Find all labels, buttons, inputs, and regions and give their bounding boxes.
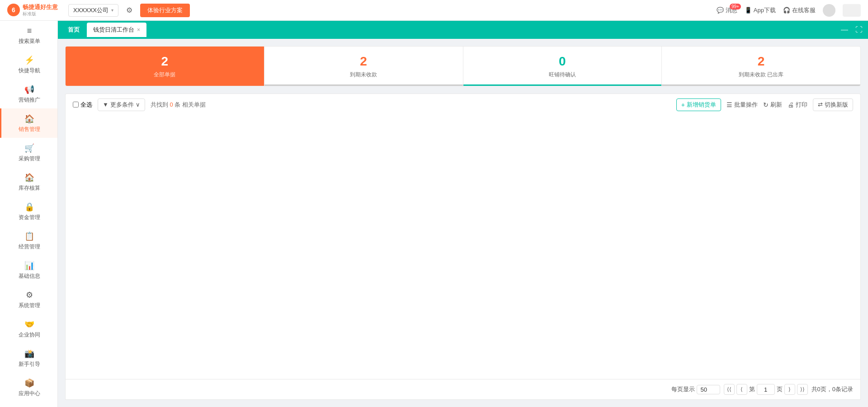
logo-text: 畅捷通好生意 标准版 [23,4,58,17]
sidebar-item-enterprise[interactable]: 🤝 企业协同 [0,314,57,343]
quick-nav-icon: ⚡ [24,55,34,65]
chevron-filter-icon: ∨ [136,101,140,108]
sidebar-item-system[interactable]: ⚙ 系统管理 [0,285,57,314]
guide-icon: 📸 [24,349,34,359]
tab-minimize-button[interactable]: — [839,24,850,36]
sidebar-item-purchase[interactable]: 🛒 采购管理 [0,138,57,167]
switch-new-version-button[interactable]: ⇄ 切换新版 [813,98,853,111]
sidebar-item-operations[interactable]: 📋 经营管理 [0,226,57,255]
purchase-icon: 🛒 [24,143,34,153]
tab-maximize-button[interactable]: ⛶ [854,24,864,36]
stat-card-wangpu[interactable]: 0 旺铺待确认 [463,47,662,86]
toolbar-right: + 新增销货单 ☰ 批量操作 ↻ 刷新 🖨 打印 [676,98,853,111]
prev-page-button[interactable]: ⟨ [736,384,747,395]
select-all-input[interactable] [73,102,79,108]
print-icon: 🖨 [788,101,794,108]
online-service-button[interactable]: 🎧 在线客服 [783,6,816,14]
app-center-icon: 📦 [24,378,34,388]
next-page-button[interactable]: ⟩ [784,384,795,395]
stat-number-overdue: 2 [274,54,454,69]
logo-icon: 6 [7,4,20,16]
more-filter-button[interactable]: ▼ 更多条件 ∨ [98,98,145,111]
tab-active[interactable]: 钱货日清工作台 × [87,23,146,37]
search-menu-icon: ≡ [27,26,32,36]
total-info: 共0页，0条记录 [811,385,853,393]
page-number-input[interactable] [757,384,775,395]
refresh-button[interactable]: ↻ 刷新 [763,101,782,109]
print-button[interactable]: 🖨 打印 [788,101,807,109]
header-right: 💬 消息 99+ 📱 App下载 🎧 在线客服 [717,4,861,17]
sidebar-item-search-menu[interactable]: ≡ 搜索菜单 [0,21,57,50]
user-avatar[interactable] [823,4,835,17]
main-layout: ≡ 搜索菜单 ⚡ 快捷导航 📢 营销推广 🏠 销售管理 🛒 采购管理 🏠 库存核… [0,21,868,407]
message-icon: 💬 [717,7,724,14]
page-size-dropdown[interactable]: 10 20 50 100 [697,385,720,394]
page-content: 2 全部单据 2 到期未收款 0 旺铺待确认 2 到期未收款 已出库 [58,39,868,407]
trial-button[interactable]: 体验行业方案 [140,4,190,17]
phone-icon: 📱 [745,7,752,14]
logo-area: 6 畅捷通好生意 标准版 [7,4,64,17]
page-size-selector: 每页显示 10 20 50 100 [671,385,720,394]
content-area: 首页 钱货日清工作台 × — ⛶ 2 全部单据 2 [58,21,868,407]
marketing-icon: 📢 [24,84,34,94]
sidebar-item-app-center[interactable]: 📦 应用中心 [0,373,57,402]
sidebar-item-quick-nav[interactable]: ⚡ 快捷导航 [0,50,57,79]
sidebar-item-wechat[interactable]: 💬 企业微信 [0,402,57,407]
message-button[interactable]: 💬 消息 99+ [717,6,737,14]
pagination: 每页显示 10 20 50 100 ⟨⟨ ⟨ 第 页 ⟩ ⟩⟩ [65,379,861,400]
basic-info-icon: 📊 [24,261,34,271]
tab-home[interactable]: 首页 [61,23,86,37]
switch-icon: ⇄ [818,101,823,108]
last-page-button[interactable]: ⟩⟩ [797,384,808,395]
stat-number-wangpu: 0 [472,54,653,69]
stat-card-all[interactable]: 2 全部单据 [66,47,264,86]
toolbar: 全选 ▼ 更多条件 ∨ 共找到 0 条 相关单据 [65,94,861,116]
finance-icon: 🔒 [24,202,34,212]
tab-close-button[interactable]: × [137,27,140,33]
user-menu[interactable] [843,4,861,17]
stat-number-shipped: 2 [671,54,851,69]
stat-label-overdue: 到期未收款 [274,71,454,79]
tab-bar: 首页 钱货日清工作台 × — ⛶ [58,21,868,39]
select-all-checkbox[interactable]: 全选 [73,101,92,109]
company-selector[interactable]: XXXXXX公司 ▾ [68,4,118,17]
sales-icon: 🏠 [24,114,34,124]
found-count: 共找到 0 条 相关单据 [151,101,206,109]
stat-card-overdue[interactable]: 2 到期未收款 [264,47,463,86]
toolbar-left: 全选 ▼ 更多条件 ∨ 共找到 0 条 相关单据 [73,98,206,111]
settings-button[interactable]: ⚙ [123,4,136,17]
app-download-button[interactable]: 📱 App下载 [745,6,776,14]
sidebar-item-sales[interactable]: 🏠 销售管理 [0,108,57,138]
batch-action-button[interactable]: ☰ 批量操作 [726,101,758,109]
top-header: 6 畅捷通好生意 标准版 XXXXXX公司 ▾ ⚙ 体验行业方案 💬 消息 99… [0,0,868,21]
filter-icon: ▼ [103,101,108,108]
stats-row: 2 全部单据 2 到期未收款 0 旺铺待确认 2 到期未收款 已出库 [65,46,861,86]
sidebar-item-marketing[interactable]: 📢 营销推广 [0,79,57,108]
empty-state [66,116,860,379]
new-sale-button[interactable]: + 新增销货单 [676,98,721,111]
stat-label-shipped: 到期未收款 已出库 [671,71,851,79]
chevron-down-icon: ▾ [111,8,113,13]
stat-card-shipped[interactable]: 2 到期未收款 已出库 [662,47,860,86]
first-page-button[interactable]: ⟨⟨ [724,384,735,395]
inventory-icon: 🏠 [24,173,34,182]
sidebar-item-guide[interactable]: 📸 新手引导 [0,343,57,373]
batch-icon: ☰ [726,101,732,108]
page-navigation: ⟨⟨ ⟨ 第 页 ⟩ ⟩⟩ [724,384,808,395]
tab-actions: — ⛶ [839,24,864,36]
refresh-icon: ↻ [763,101,769,108]
header-left: 6 畅捷通好生意 标准版 XXXXXX公司 ▾ ⚙ 体验行业方案 [7,4,190,17]
system-icon: ⚙ [26,290,33,300]
stat-label-all: 全部单据 [75,71,255,79]
headset-icon: 🎧 [783,7,790,14]
sidebar-item-inventory[interactable]: 🏠 库存核算 [0,167,57,196]
sidebar: ≡ 搜索菜单 ⚡ 快捷导航 📢 营销推广 🏠 销售管理 🛒 采购管理 🏠 库存核… [0,21,58,407]
enterprise-icon: 🤝 [24,319,34,329]
sidebar-item-basic-info[interactable]: 📊 基础信息 [0,255,57,285]
sidebar-item-finance[interactable]: 🔒 资金管理 [0,196,57,226]
stat-label-wangpu: 旺铺待确认 [472,71,653,79]
operations-icon: 📋 [24,231,34,241]
plus-icon: + [681,101,685,108]
stat-number-all: 2 [75,54,255,69]
message-badge: 99+ [730,4,741,9]
